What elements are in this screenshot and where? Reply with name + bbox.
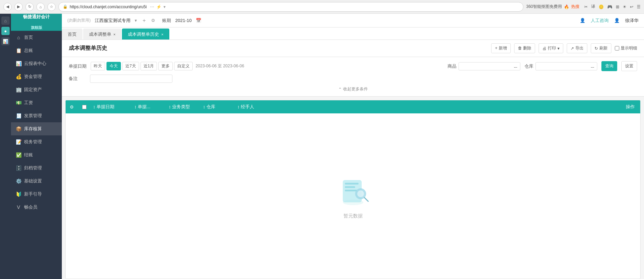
rail-home[interactable]: ⌂ — [1, 16, 10, 25]
table-area: ⚙ ↕ 单据日期 ↕ 单据... ↕ 业务类型 ↕ 仓库 — [65, 100, 641, 279]
th-number[interactable]: ↕ 单据... — [132, 100, 166, 113]
tab-cost-adjust-history-close[interactable]: × — [161, 32, 163, 36]
date-buttons: 昨天 今天 近7天 近1月 更多 自定义 2023-06-06 至 2023-0… — [91, 62, 244, 70]
table-select-all[interactable] — [78, 105, 90, 109]
table-header: ⚙ ↕ 单据日期 ↕ 单据... ↕ 业务类型 ↕ 仓库 — [66, 100, 640, 113]
refresh-icon: ↻ — [595, 46, 598, 51]
print-chevron: ▾ — [557, 46, 560, 51]
th-date-label: ↕ 单据日期 — [93, 104, 114, 110]
sidebar-item-salary[interactable]: 💵 工资 — [11, 96, 62, 109]
new-button[interactable]: + 新增 — [491, 43, 510, 53]
print-label: 打印 — [548, 45, 556, 51]
tab-cost-adjust-label: 成本调整单 — [89, 31, 111, 37]
search-label: 360智能抠图免费用 — [526, 4, 562, 10]
filter-area: 单据日期 昨天 今天 近7天 近1月 更多 自定义 2023-06-06 至 2… — [62, 57, 644, 97]
tab-cost-adjust-history[interactable]: 成本调整单历史 × — [122, 29, 169, 40]
tab-home[interactable]: 首页 — [62, 29, 82, 40]
rail-active[interactable]: ● — [1, 27, 10, 35]
date-btn-custom[interactable]: 自定义 — [174, 62, 193, 70]
print-button[interactable]: 🖨 打印 ▾ — [539, 43, 563, 53]
back-button[interactable]: ◀ — [3, 3, 12, 11]
date-btn-1month[interactable]: 近1月 — [140, 62, 157, 70]
dots-icon: ⋯ — [150, 4, 154, 9]
th-number-label: ↕ 单据... — [134, 104, 150, 110]
service-link[interactable]: 人工咨询 — [591, 18, 609, 24]
sidebar-nav: ⌂ 首页 📋 总账 📊 云报表中心 💰 资金管理 🏢 固定资产 💵 工资 — [11, 31, 62, 279]
sun-icon: ☀ — [623, 4, 626, 9]
date-btn-yesterday[interactable]: 昨天 — [91, 62, 105, 70]
sidebar-label-reports: 云报表中心 — [24, 60, 46, 67]
sidebar-label-inventory: 库存核算 — [24, 126, 42, 132]
delete-button[interactable]: 🗑 删除 — [514, 43, 535, 53]
th-handler[interactable]: ↕ 经手人 — [235, 100, 276, 113]
sidebar-label-settings: 基础设置 — [24, 178, 42, 184]
gear-icon[interactable]: ⚙ — [151, 18, 155, 23]
sidebar-item-close[interactable]: ✅ 结账 — [11, 148, 62, 161]
warehouse-select[interactable]: ... — [535, 62, 597, 70]
th-date[interactable]: ↕ 单据日期 — [90, 100, 132, 113]
sidebar-item-reports[interactable]: 📊 云报表中心 — [11, 57, 62, 70]
svg-line-7 — [364, 198, 368, 201]
query-button[interactable]: 查询 — [601, 61, 617, 71]
sidebar-item-funds[interactable]: 💰 资金管理 — [11, 70, 62, 83]
note-input[interactable] — [90, 75, 172, 83]
grid-icon: ⊞ — [616, 4, 619, 9]
goods-select[interactable]: ... — [459, 62, 520, 70]
sidebar-item-assets[interactable]: 🏢 固定资产 — [11, 83, 62, 96]
add-icon[interactable]: + — [143, 18, 146, 24]
show-detail-checkbox[interactable] — [615, 46, 619, 51]
rail-item-1[interactable]: 📊 — [1, 37, 10, 45]
date-btn-today[interactable]: 今天 — [106, 62, 121, 70]
user-name: 徐泽华 — [625, 18, 639, 24]
th-ops-label: 操作 — [626, 104, 635, 110]
sidebar: 畅捷通好会计 旗舰版 ⌂ 首页 📋 总账 📊 云报表中心 💰 资金管理 � — [11, 14, 62, 279]
th-handler-label: ↕ 经手人 — [237, 104, 254, 110]
tab-home-label: 首页 — [68, 31, 77, 37]
dropdown-icon[interactable]: ▾ — [135, 18, 137, 23]
sidebar-item-tax[interactable]: 📝 税务管理 — [11, 135, 62, 148]
sidebar-item-home[interactable]: ⌂ 首页 — [11, 31, 62, 44]
logo-line2: 旗舰版 — [23, 25, 50, 30]
tab-cost-adjust[interactable]: 成本调整单 × — [83, 29, 121, 40]
sidebar-item-ledger[interactable]: 📋 总账 — [11, 44, 62, 57]
sidebar-item-inventory[interactable]: 📦 库存核算 — [11, 122, 62, 135]
show-detail-toggle[interactable]: 显示明细 — [615, 45, 637, 51]
period-value: 2021-10 — [175, 18, 192, 23]
refresh-button[interactable]: ↻ — [25, 3, 34, 11]
sidebar-item-archive[interactable]: 🗄️ 归档管理 — [11, 161, 62, 175]
star-button[interactable]: ☆ — [47, 3, 56, 11]
empty-illustration — [336, 173, 370, 208]
inventory-icon: 📦 — [16, 126, 21, 132]
th-warehouse[interactable]: ↕ 仓库 — [200, 100, 235, 113]
select-all-checkbox[interactable] — [82, 105, 87, 109]
table-settings-icon[interactable]: ⚙ — [66, 100, 78, 113]
settings-filter-button[interactable]: 设置 — [621, 61, 637, 71]
sidebar-item-settings[interactable]: ⚙️ 基础设置 — [11, 175, 62, 188]
svg-rect-3 — [345, 186, 355, 188]
date-btn-more[interactable]: 更多 — [158, 62, 173, 70]
sidebar-item-member[interactable]: V 畅会员 — [11, 201, 62, 214]
collapse-button[interactable]: ⌃ 收起更多条件 — [338, 86, 368, 92]
lightning-icon: ⚡ — [156, 4, 161, 9]
sidebar-label-home: 首页 — [24, 34, 33, 41]
date-btn-7days[interactable]: 近7天 — [122, 62, 139, 70]
empty-state: 暂元数据 — [66, 113, 640, 279]
forward-button[interactable]: ▶ — [14, 3, 23, 11]
sidebar-item-guide[interactable]: 🔰 新手引导 — [11, 188, 62, 201]
browser-bar: ◀ ▶ ↻ ⌂ ☆ 🔒 https://cloud.chanjet.com/ac… — [0, 0, 644, 14]
main-content: 成本调整单历史 + 新增 🗑 删除 🖨 打印 ▾ ↗ 导出 ↻ — [62, 40, 644, 279]
home-icon: ⌂ — [16, 35, 21, 40]
date-range-display: 2023-06-06 至 2023-06-06 — [195, 63, 244, 69]
export-button[interactable]: ↗ 导出 — [567, 43, 587, 53]
goods-more-icon: ... — [514, 64, 517, 69]
home-button[interactable]: ⌂ — [36, 3, 45, 11]
sidebar-item-invoice[interactable]: 🧾 发票管理 — [11, 109, 62, 122]
tab-cost-adjust-close[interactable]: × — [113, 32, 115, 36]
refresh-button[interactable]: ↻ 刷新 — [591, 43, 611, 53]
th-type[interactable]: ↕ 业务类型 — [166, 100, 200, 113]
chevron-down-icon: ▾ — [163, 4, 166, 9]
top-bar-right: 👤 人工咨询 👤 徐泽华 — [580, 18, 639, 24]
calendar-icon[interactable]: 📅 — [196, 18, 201, 23]
hot-label: 热搜 — [571, 4, 579, 10]
url-bar[interactable]: 🔒 https://cloud.chanjet.com/accounting/u… — [58, 2, 523, 12]
